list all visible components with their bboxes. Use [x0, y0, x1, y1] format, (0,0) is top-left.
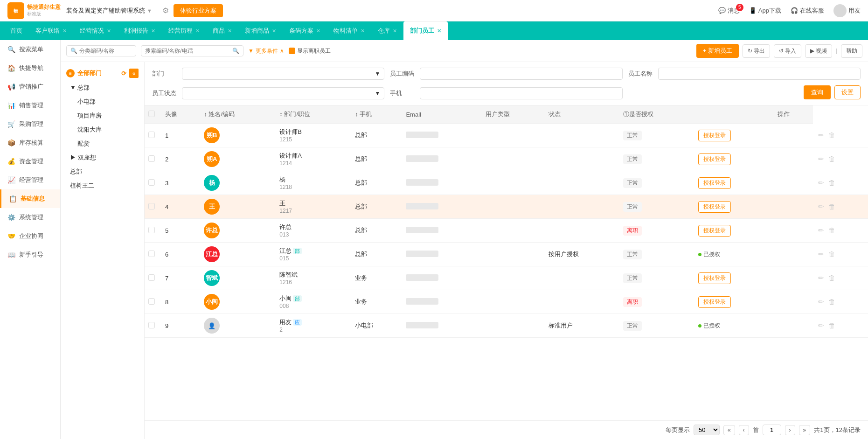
setting-button[interactable]: 设置	[834, 85, 861, 99]
navtab-条码方案[interactable]: 条码方案✕	[283, 21, 327, 40]
col-name[interactable]: ↕ 姓名/编码	[200, 105, 276, 124]
dept-item-沈阳大库[interactable]: 沈阳大库	[61, 123, 144, 137]
empstatus-select[interactable]: ▼	[182, 87, 384, 99]
sidebar-item-采购管理[interactable]: 🛒采购管理	[0, 115, 60, 133]
delete-button[interactable]: 🗑	[828, 274, 835, 282]
delete-button[interactable]: 🗑	[828, 250, 835, 258]
tab-close-icon[interactable]: ✕	[107, 28, 111, 34]
empstatus-select-arrow[interactable]: ▼	[375, 90, 380, 97]
sidebar-item-销售管理[interactable]: 📊销售管理	[0, 96, 60, 115]
edit-button[interactable]: ✏	[818, 179, 824, 187]
import-button[interactable]: ↺ 导入	[774, 44, 801, 58]
edit-button[interactable]: ✏	[818, 202, 824, 210]
dept-tree-collapse-btn[interactable]: «	[129, 69, 139, 78]
delete-button[interactable]: 🗑	[828, 202, 835, 210]
empname-input[interactable]	[658, 68, 861, 80]
edit-button[interactable]: ✏	[818, 274, 824, 282]
navtab-新增商品[interactable]: 新增商品✕	[238, 21, 283, 40]
navtab-经营历程[interactable]: 经营历程✕	[162, 21, 206, 40]
empname-field[interactable]	[662, 70, 856, 77]
sidebar-item-营销推广[interactable]: 📢营销推广	[0, 77, 60, 96]
auth-login-button[interactable]: 授权登录	[698, 153, 731, 165]
tab-close-icon[interactable]: ✕	[361, 28, 365, 34]
col-dept[interactable]: ↕ 部门/职位	[276, 105, 351, 124]
navtab-仓库[interactable]: 仓库✕	[371, 21, 403, 40]
sidebar-item-快捷导航[interactable]: 🏠快捷导航	[0, 59, 60, 77]
show-resigned-toggle[interactable]: 显示离职员工	[289, 47, 331, 55]
message-item[interactable]: 💬 消息 5	[718, 7, 740, 15]
navtab-首页[interactable]: 首页	[4, 21, 29, 40]
auth-login-button[interactable]: 授权登录	[698, 130, 731, 141]
delete-button[interactable]: 🗑	[828, 321, 835, 329]
delete-button[interactable]: 🗑	[828, 131, 835, 139]
service-item[interactable]: 🎧 在线客服	[791, 7, 824, 15]
navtab-经营情况[interactable]: 经营情况✕	[73, 21, 118, 40]
row-checkbox[interactable]	[148, 132, 155, 138]
dept-refresh-icon[interactable]: ⟳	[121, 70, 126, 77]
row-checkbox[interactable]	[148, 298, 155, 305]
navtab-利润报告[interactable]: 利润报告✕	[118, 21, 162, 40]
navtab-商品[interactable]: 商品✕	[206, 21, 238, 40]
edit-button[interactable]: ✏	[818, 131, 824, 139]
edit-button[interactable]: ✏	[818, 250, 824, 258]
gear-icon[interactable]: ⚙	[162, 6, 169, 15]
row-checkbox[interactable]	[148, 155, 155, 162]
tab-close-icon[interactable]: ✕	[151, 28, 155, 34]
delete-button[interactable]: 🗑	[828, 179, 835, 187]
user-item[interactable]: 用友	[833, 4, 861, 17]
auth-login-button[interactable]: 授权登录	[698, 272, 731, 284]
tab-close-icon[interactable]: ✕	[393, 28, 397, 34]
edit-button[interactable]: ✏	[818, 321, 824, 329]
app-download-item[interactable]: 📱 App下载	[749, 7, 781, 15]
auth-login-button[interactable]: 授权登录	[698, 225, 731, 237]
last-page-btn[interactable]: »	[799, 425, 811, 435]
sys-dropdown-arrow[interactable]: ▼	[147, 8, 152, 14]
dept-item-配货[interactable]: 配货	[61, 137, 144, 151]
help-button[interactable]: 帮助	[841, 44, 862, 58]
row-checkbox[interactable]	[148, 274, 155, 281]
dept-search-input[interactable]	[79, 48, 126, 54]
tab-close-icon[interactable]: ✕	[62, 28, 67, 34]
auth-login-button[interactable]: 授权登录	[698, 177, 731, 189]
first-page-btn[interactable]: «	[723, 425, 735, 435]
dept-select-arrow[interactable]: ▼	[375, 70, 380, 77]
dept-search-box[interactable]: 🔍	[66, 45, 136, 56]
empcode-field[interactable]	[424, 70, 618, 77]
row-checkbox[interactable]	[148, 251, 155, 257]
auth-login-button[interactable]: 授权登录	[698, 201, 731, 213]
delete-button[interactable]: 🗑	[828, 155, 835, 163]
empcode-input[interactable]	[420, 68, 622, 80]
trial-button[interactable]: 体验行业方案	[174, 4, 223, 17]
row-checkbox[interactable]	[148, 322, 155, 328]
edit-button[interactable]: ✏	[818, 226, 824, 234]
filter-more-btn[interactable]: ▼ 更多条件 ∧	[248, 47, 284, 55]
tab-close-icon[interactable]: ✕	[195, 28, 200, 34]
sidebar-item-企业协同[interactable]: 🤝企业协同	[0, 227, 60, 245]
navtab-客户联络[interactable]: 客户联络✕	[29, 21, 73, 40]
sidebar-item-库存核算[interactable]: 📦库存核算	[0, 133, 60, 152]
tab-close-icon[interactable]: ✕	[316, 28, 320, 34]
tab-close-icon[interactable]: ✕	[228, 28, 232, 34]
dept-select[interactable]: ▼	[182, 68, 384, 80]
dept-item-总部[interactable]: 总部	[61, 165, 144, 179]
dept-item-小电部[interactable]: 小电部	[61, 95, 144, 109]
auth-login-button[interactable]: 授权登录	[698, 296, 731, 308]
row-checkbox[interactable]	[148, 203, 155, 209]
edit-button[interactable]: ✏	[818, 155, 824, 163]
page-size-select[interactable]: 50 100	[694, 425, 720, 435]
add-employee-button[interactable]: + 新增员工	[696, 44, 739, 58]
delete-button[interactable]: 🗑	[828, 226, 835, 234]
tab-close-icon[interactable]: ✕	[272, 28, 276, 34]
emp-search-box[interactable]: 🔍	[141, 45, 243, 56]
dept-item-双座想[interactable]: ▶ 双座想	[61, 151, 144, 165]
sidebar-item-资金管理[interactable]: 💰资金管理	[0, 152, 60, 171]
show-resigned-checkbox[interactable]	[289, 48, 295, 54]
sidebar-item-系统管理[interactable]: ⚙️系统管理	[0, 208, 60, 227]
edit-button[interactable]: ✏	[818, 298, 824, 306]
query-button[interactable]: 查询	[804, 85, 831, 99]
page-number-input[interactable]	[763, 425, 781, 435]
dept-item-植树王二[interactable]: 植树王二	[61, 179, 144, 193]
dept-item-总部[interactable]: ▼ 总部	[61, 81, 144, 95]
sidebar-item-搜索菜单[interactable]: 🔍搜索菜单	[0, 40, 60, 59]
row-checkbox[interactable]	[148, 227, 155, 233]
